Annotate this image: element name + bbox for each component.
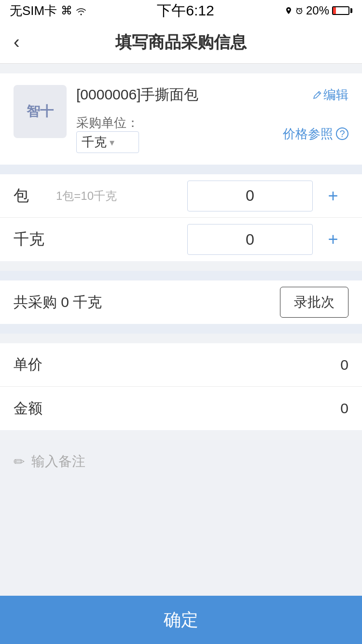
unit-price-row: 单价 0 xyxy=(0,343,362,387)
unit-value: 千克 xyxy=(82,134,107,151)
kilogram-value[interactable]: 0 xyxy=(187,224,313,255)
package-sub-label: 1包=10千克 xyxy=(56,188,117,204)
help-icon: ? xyxy=(336,127,348,140)
status-time: 下午6:12 xyxy=(157,1,214,21)
product-image: 智十 xyxy=(14,85,67,138)
amount-value: 0 xyxy=(340,400,348,417)
product-name-row: [0000006]手撕面包 编辑 xyxy=(76,85,348,105)
price-ref-label: 价格参照 xyxy=(283,126,333,142)
unit-price-value: 0 xyxy=(340,357,348,373)
back-button[interactable]: ‹ xyxy=(14,32,20,53)
kilogram-label: 千克 xyxy=(14,229,52,250)
unit-price-label: 单价 xyxy=(14,355,340,375)
section-divider-3 xyxy=(0,324,362,334)
package-value[interactable]: 0 xyxy=(187,181,313,211)
price-reference-button[interactable]: 价格参照 ? xyxy=(283,126,348,142)
status-left: 无SIM卡 ⌘ xyxy=(10,2,86,19)
amount-label: 金额 xyxy=(14,399,340,419)
product-card: 智十 [0000006]手撕面包 编辑 采购单位： 千克 ▾ 价格参照 xyxy=(0,73,362,165)
location-icon xyxy=(285,7,292,14)
quantity-input-section: 包 1包=10千克 0 + 千克 0 + xyxy=(0,174,362,261)
unit-arrow-icon: ▾ xyxy=(110,137,114,148)
pencil-icon: ✏ xyxy=(14,454,25,470)
status-bar: 无SIM卡 ⌘ 下午6:12 20% xyxy=(0,0,362,21)
section-divider-2 xyxy=(0,271,362,280)
notes-placeholder: 输入备注 xyxy=(31,452,85,471)
confirm-label: 确定 xyxy=(164,608,198,632)
wifi-icon: ⌘ xyxy=(61,4,86,17)
unit-label: 采购单位： xyxy=(76,115,139,130)
summary-text: 共采购 0 千克 xyxy=(14,293,280,312)
product-info: [0000006]手撕面包 编辑 采购单位： 千克 ▾ 价格参照 ? xyxy=(76,85,348,153)
amount-row: 金额 0 xyxy=(0,387,362,430)
battery-percent: 20% xyxy=(306,4,329,17)
section-divider-1 xyxy=(0,165,362,174)
unit-select-button[interactable]: 千克 ▾ xyxy=(76,131,139,153)
summary-section: 共采购 0 千克 录批次 xyxy=(0,271,362,334)
edit-icon xyxy=(313,91,321,99)
package-plus-button[interactable]: + xyxy=(318,181,348,211)
nav-bar: ‹ 填写商品采购信息 xyxy=(0,21,362,64)
confirm-button[interactable]: 确定 xyxy=(0,596,362,644)
status-right: 20% xyxy=(285,4,352,17)
page-title: 填写商品采购信息 xyxy=(115,31,247,54)
unit-row: 采购单位： 千克 ▾ 价格参照 ? xyxy=(76,114,348,153)
edit-button[interactable]: 编辑 xyxy=(313,86,348,103)
price-section: 单价 0 金额 0 xyxy=(0,343,362,430)
kilogram-input-row: 千克 0 + xyxy=(0,218,362,261)
carrier-text: 无SIM卡 xyxy=(10,2,57,19)
record-batch-button[interactable]: 录批次 xyxy=(280,287,348,318)
kilogram-plus-button[interactable]: + xyxy=(318,224,348,255)
product-logo: 智十 xyxy=(27,102,54,121)
unit-label-group: 采购单位： 千克 ▾ xyxy=(76,114,139,153)
battery-icon xyxy=(332,6,352,15)
product-full-name: [0000006]手撕面包 xyxy=(76,85,198,105)
summary-row: 共采购 0 千克 录批次 xyxy=(0,280,362,324)
alarm-icon xyxy=(295,7,303,14)
package-input-row: 包 1包=10千克 0 + xyxy=(0,174,362,218)
notes-section[interactable]: ✏ 输入备注 xyxy=(0,440,362,483)
package-label: 包 xyxy=(14,185,52,207)
